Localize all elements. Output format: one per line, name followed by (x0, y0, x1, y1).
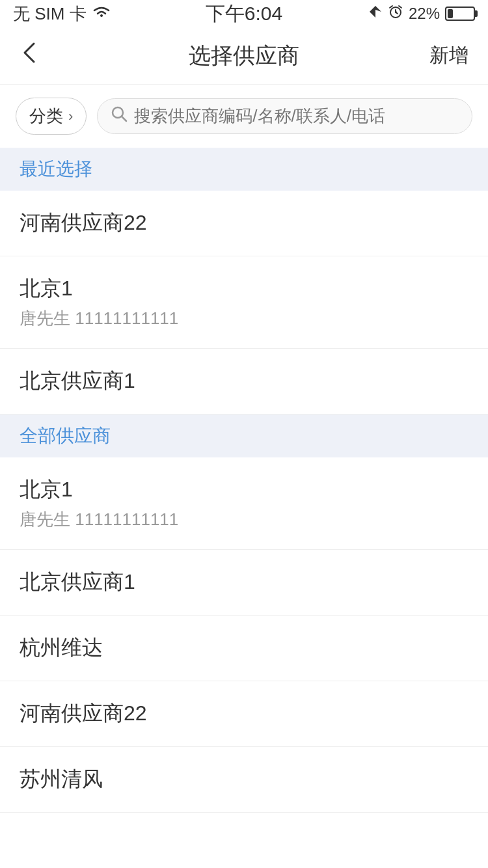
category-label: 分类 (29, 105, 63, 128)
status-left: 无 SIM 卡 (13, 3, 111, 25)
nav-bar: 选择供应商 新增 (0, 27, 488, 85)
list-item[interactable]: 杭州维达 (0, 616, 488, 681)
list-item[interactable]: 北京供应商1 (0, 550, 488, 616)
chevron-right-icon: › (68, 108, 73, 125)
location-icon (368, 5, 383, 23)
list-item[interactable]: 河南供应商22 (0, 191, 488, 256)
supplier-detail: 唐先生 11111111111 (20, 307, 468, 330)
no-sim-text: 无 SIM 卡 (13, 3, 87, 25)
supplier-list: 最近选择河南供应商22北京1唐先生 11111111111北京供应商1全部供应商… (0, 148, 488, 813)
supplier-name: 北京供应商1 (20, 568, 468, 597)
back-button[interactable] (20, 38, 59, 73)
supplier-name: 苏州清风 (20, 765, 468, 794)
list-item[interactable]: 北京1唐先生 11111111111 (0, 256, 488, 349)
list-item[interactable]: 北京1唐先生 11111111111 (0, 457, 488, 550)
status-right: 22% (368, 4, 475, 23)
category-button[interactable]: 分类 › (16, 98, 87, 135)
battery-icon (445, 7, 475, 21)
battery-percent: 22% (409, 5, 440, 23)
list-item[interactable]: 北京供应商1 (0, 349, 488, 414)
filter-bar: 分类 › (0, 85, 488, 148)
list-item[interactable]: 河南供应商22 (0, 681, 488, 747)
supplier-name: 北京供应商1 (20, 367, 468, 396)
page-title: 选择供应商 (189, 41, 299, 71)
search-input[interactable] (134, 106, 459, 126)
supplier-detail: 唐先生 11111111111 (20, 508, 468, 531)
search-box (97, 98, 472, 134)
section-header-all: 全部供应商 (0, 414, 488, 457)
supplier-name: 河南供应商22 (20, 699, 468, 728)
status-time: 下午6:04 (206, 1, 282, 27)
supplier-name: 北京1 (20, 476, 468, 504)
supplier-name: 杭州维达 (20, 634, 468, 662)
list-item[interactable]: 苏州清风 (0, 747, 488, 813)
status-bar: 无 SIM 卡 下午6:04 22% (0, 0, 488, 27)
section-header-recent: 最近选择 (0, 148, 488, 191)
wifi-icon (92, 4, 111, 24)
supplier-name: 河南供应商22 (20, 209, 468, 237)
search-icon (111, 105, 128, 127)
alarm-icon (388, 4, 403, 23)
supplier-name: 北京1 (20, 275, 468, 303)
add-button[interactable]: 新增 (429, 42, 468, 69)
